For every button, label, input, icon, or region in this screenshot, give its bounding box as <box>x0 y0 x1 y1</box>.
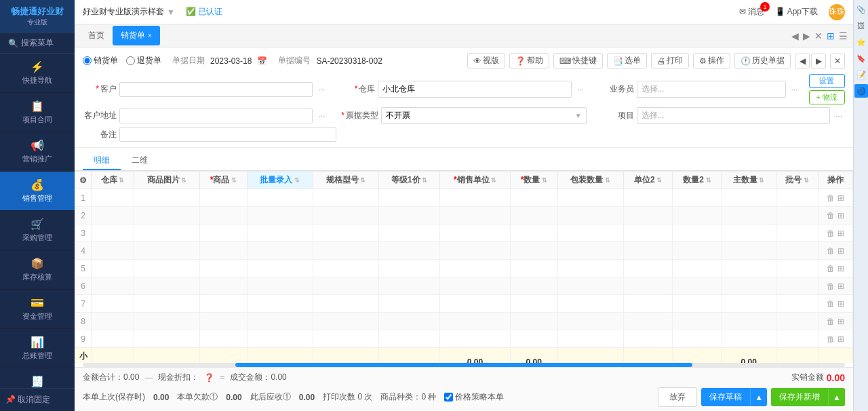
table-cell[interactable] <box>92 242 134 260</box>
table-cell[interactable] <box>673 277 722 295</box>
table-cell[interactable] <box>557 260 623 277</box>
table-cell[interactable] <box>247 330 313 348</box>
table-cell[interactable] <box>511 277 557 295</box>
table-cell[interactable] <box>776 207 818 224</box>
table-cell[interactable] <box>200 295 247 313</box>
price-policy-checkbox[interactable]: 价格策略本单 <box>444 391 504 403</box>
tab-active[interactable]: 销货单 × <box>113 26 160 45</box>
sidebar-item-project-contract[interactable]: 📋 项目合同 <box>0 93 75 132</box>
table-cell[interactable] <box>722 330 776 348</box>
table-cell[interactable] <box>200 242 247 260</box>
table-cell[interactable] <box>134 242 199 260</box>
table-cell[interactable] <box>776 330 818 348</box>
sidebar-item-quick-nav[interactable]: ⚡ 快捷导航 <box>0 54 75 93</box>
ops-btn[interactable]: ⚙ 操作 <box>693 53 730 68</box>
table-scrollbar[interactable] <box>83 363 845 367</box>
add-goods-btn[interactable]: + 物流 <box>809 90 845 104</box>
table-cell[interactable] <box>673 330 722 348</box>
price-policy-check[interactable] <box>444 393 453 402</box>
delete-row-btn[interactable]: 🗑 <box>827 211 835 220</box>
history-btn[interactable]: 🕐 历史单据 <box>734 53 791 68</box>
table-cell[interactable] <box>511 260 557 277</box>
table-cell[interactable] <box>722 189 776 207</box>
table-cell[interactable] <box>313 260 378 277</box>
table-cell[interactable] <box>722 224 776 242</box>
project-dots[interactable]: ··· <box>833 111 845 121</box>
delete-row-btn[interactable]: 🗑 <box>827 334 835 344</box>
salesperson-input[interactable]: 选择... <box>637 81 786 98</box>
sidebar-bottom-pin[interactable]: 📌 取消固定 <box>0 388 75 411</box>
address-input[interactable] <box>119 109 313 123</box>
table-cell[interactable] <box>439 224 510 242</box>
table-cell[interactable] <box>379 260 440 277</box>
help-btn[interactable]: ❓ 帮助 <box>509 53 549 68</box>
nav-prev-btn[interactable]: ◀ <box>795 54 810 68</box>
view-tab-二维[interactable]: 二维 <box>121 152 159 170</box>
table-cell[interactable] <box>313 207 378 224</box>
table-cell[interactable] <box>439 277 510 295</box>
right-panel-icon-0[interactable]: 📎 <box>854 3 868 16</box>
table-cell[interactable] <box>200 277 247 295</box>
tab-list-view-btn[interactable]: ☰ <box>839 31 848 41</box>
table-cell[interactable] <box>247 189 313 207</box>
copy-row-btn[interactable]: ⊞ <box>837 317 844 326</box>
table-cell[interactable] <box>134 260 199 277</box>
warehouse-input[interactable]: 小北仓库 <box>378 81 571 98</box>
table-cell[interactable] <box>313 313 378 330</box>
table-cell[interactable] <box>511 330 557 348</box>
table-cell[interactable] <box>673 189 722 207</box>
table-cell[interactable] <box>379 313 440 330</box>
table-cell[interactable] <box>134 330 199 348</box>
table-cell[interactable] <box>313 224 378 242</box>
save-new-arrow-btn[interactable]: ▲ <box>828 388 845 406</box>
customer-input[interactable] <box>119 82 313 97</box>
table-cell[interactable] <box>511 313 557 330</box>
table-cell[interactable] <box>511 207 557 224</box>
col-settings[interactable]: ⚙ <box>75 172 92 189</box>
table-cell[interactable] <box>722 313 776 330</box>
delete-row-btn[interactable]: 🗑 <box>827 317 835 326</box>
table-cell[interactable] <box>379 330 440 348</box>
table-cell[interactable] <box>247 260 313 277</box>
table-cell[interactable] <box>557 330 623 348</box>
table-cell[interactable] <box>722 295 776 313</box>
discard-btn[interactable]: 放弃 <box>658 387 697 407</box>
table-cell[interactable] <box>623 224 672 242</box>
tab-grid-view-btn[interactable]: ⊞ <box>827 31 835 41</box>
delete-row-btn[interactable]: 🗑 <box>827 281 835 291</box>
copy-row-btn[interactable]: ⊞ <box>837 193 844 203</box>
save-draft-arrow-btn[interactable]: ▲ <box>750 388 767 406</box>
table-cell[interactable] <box>623 242 672 260</box>
table-cell[interactable] <box>557 313 623 330</box>
table-cell[interactable] <box>92 189 134 207</box>
settings-icon[interactable]: ⚙ <box>79 176 87 185</box>
table-cell[interactable] <box>557 207 623 224</box>
sidebar-item-invoices[interactable]: 🧾 发票管理 <box>0 368 75 388</box>
copy-row-btn[interactable]: ⊞ <box>837 246 844 256</box>
project-input[interactable]: 选择... <box>637 107 830 124</box>
table-cell[interactable] <box>134 295 199 313</box>
table-cell[interactable] <box>200 207 247 224</box>
table-cell[interactable] <box>623 189 672 207</box>
table-cell[interactable] <box>439 189 510 207</box>
dropdown-icon[interactable]: ▼ <box>167 7 175 17</box>
sidebar-item-sales[interactable]: 💰 销售管理 <box>0 172 75 211</box>
table-cell[interactable] <box>776 277 818 295</box>
delete-row-btn[interactable]: 🗑 <box>827 299 835 309</box>
right-panel-icon-2[interactable]: ⭐ <box>854 35 868 49</box>
table-cell[interactable] <box>92 277 134 295</box>
copy-row-btn[interactable]: ⊞ <box>837 334 844 344</box>
table-cell[interactable] <box>247 242 313 260</box>
table-cell[interactable] <box>92 295 134 313</box>
table-cell[interactable] <box>776 189 818 207</box>
table-cell[interactable] <box>623 207 672 224</box>
table-cell[interactable] <box>511 224 557 242</box>
table-cell[interactable] <box>379 295 440 313</box>
view-tab-明细[interactable]: 明细 <box>83 152 121 170</box>
table-cell[interactable] <box>511 295 557 313</box>
table-cell[interactable] <box>439 260 510 277</box>
view-btn[interactable]: 👁 视版 <box>467 53 505 68</box>
sidebar-item-purchase[interactable]: 🛒 采购管理 <box>0 211 75 250</box>
right-panel-icon-3[interactable]: 🔖 <box>854 52 868 65</box>
table-cell[interactable] <box>673 207 722 224</box>
